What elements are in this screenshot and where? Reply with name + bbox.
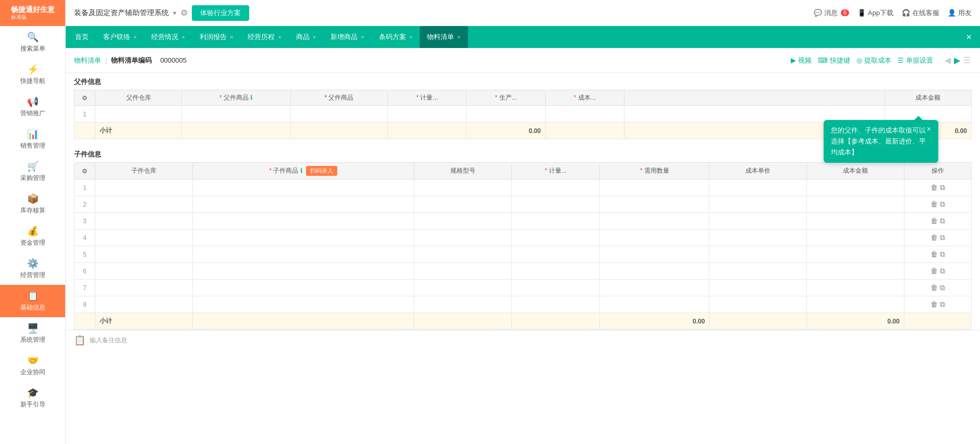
tab-customers-close-icon[interactable]: × [133, 34, 137, 40]
sidebar-item-basic[interactable]: 📋 基础信息 [0, 285, 65, 317]
remarks-placeholder[interactable]: 输入备注信息 [90, 336, 127, 345]
sidebar-item-collab[interactable]: 🤝 企业协同 [0, 350, 65, 382]
child-col-gear[interactable]: ⚙ [75, 163, 95, 179]
child-cell-spec-8[interactable] [414, 296, 512, 313]
child-cell-spec-5[interactable] [414, 246, 512, 263]
tab-profit-close-icon[interactable]: × [230, 34, 233, 40]
child-cell-spec-7[interactable] [414, 280, 512, 296]
message-item[interactable]: 💬 消息 6 [814, 8, 849, 18]
child-cell-unit-5[interactable] [511, 246, 600, 263]
child-cell-qty-2[interactable] [600, 196, 709, 213]
copy-row-2-btn[interactable]: ⧉ [940, 200, 945, 209]
copy-row-5-btn[interactable]: ⧉ [940, 250, 945, 259]
child-cell-spec-2[interactable] [414, 196, 512, 213]
child-cell-unit-7[interactable] [511, 280, 600, 296]
child-cell-warehouse-3[interactable] [95, 213, 193, 230]
child-cell-cost-price-1[interactable] [709, 179, 807, 196]
child-cell-warehouse-7[interactable] [95, 280, 193, 296]
sidebar-item-system[interactable]: 🖥️ 系统管理 [0, 317, 65, 350]
parent-col-gear[interactable]: ⚙ [75, 90, 95, 106]
tooltip-close-btn[interactable]: × [927, 125, 931, 133]
child-cell-warehouse-2[interactable] [95, 196, 193, 213]
child-cell-spec-3[interactable] [414, 213, 512, 230]
copy-row-3-btn[interactable]: ⧉ [940, 217, 945, 225]
close-all-tabs-btn[interactable]: × [960, 32, 978, 43]
child-cell-qty-8[interactable] [600, 296, 709, 313]
sidebar-item-inventory[interactable]: 📦 库存核算 [0, 188, 65, 220]
parent-cell-warehouse-1[interactable] [95, 106, 182, 123]
tab-products-close-icon[interactable]: × [313, 34, 316, 40]
tab-customers[interactable]: 客户联络 × [96, 26, 144, 48]
copy-row-6-btn[interactable]: ⧉ [940, 267, 945, 275]
delete-row-4-btn[interactable]: 🗑 [930, 233, 938, 242]
child-cell-product-7[interactable] [192, 280, 414, 296]
child-cell-unit-6[interactable] [511, 263, 600, 280]
child-cell-qty-4[interactable] [600, 230, 709, 246]
scan-btn[interactable]: 扫码录入 [306, 166, 337, 176]
copy-row-4-btn[interactable]: ⧉ [940, 233, 945, 242]
tab-bom-close-icon[interactable]: × [457, 34, 460, 40]
tab-barcode[interactable]: 条码方案 × [372, 26, 420, 48]
delete-row-5-btn[interactable]: 🗑 [930, 250, 938, 259]
parent-cell-production-1[interactable] [467, 106, 545, 123]
child-cell-cost-price-8[interactable] [709, 296, 807, 313]
shortcut-btn[interactable]: ⌨ 快捷键 [818, 56, 850, 65]
child-cell-unit-4[interactable] [511, 230, 600, 246]
sidebar-item-guide[interactable]: 🎓 新手引导 [0, 382, 65, 414]
dropdown-arrow-icon[interactable]: ▾ [173, 9, 176, 17]
delete-row-6-btn[interactable]: 🗑 [930, 267, 938, 275]
child-cell-warehouse-5[interactable] [95, 246, 193, 263]
copy-row-8-btn[interactable]: ⧉ [940, 300, 945, 309]
sidebar-item-quick-nav[interactable]: ⚡ 快捷导航 [0, 58, 65, 91]
child-cell-cost-price-7[interactable] [709, 280, 807, 296]
breadcrumb-detail[interactable]: 物料清单编码 [111, 56, 152, 65]
tab-operations-close-icon[interactable]: × [181, 34, 185, 40]
parent-cell-cost-1[interactable] [545, 106, 624, 123]
child-cell-warehouse-8[interactable] [95, 296, 193, 313]
delete-row-7-btn[interactable]: 🗑 [930, 283, 938, 292]
tab-products[interactable]: 商品 × [289, 26, 323, 48]
child-cell-unit-3[interactable] [511, 213, 600, 230]
extract-cost-btn[interactable]: ◎ 提取成本 [856, 56, 891, 65]
child-cell-product-6[interactable] [192, 263, 414, 280]
child-cell-product-2[interactable] [192, 196, 414, 213]
user-item[interactable]: 👤 用友 [948, 8, 972, 18]
tab-home[interactable]: 首页 [68, 26, 96, 48]
parent-cell-unit-1[interactable] [388, 106, 467, 123]
tab-operations[interactable]: 经营情况 × [144, 26, 192, 48]
delete-row-8-btn[interactable]: 🗑 [930, 300, 938, 309]
child-cell-product-3[interactable] [192, 213, 414, 230]
child-cell-cost-price-3[interactable] [709, 213, 807, 230]
child-cell-spec-6[interactable] [414, 263, 512, 280]
child-cell-unit-2[interactable] [511, 196, 600, 213]
child-cell-warehouse-4[interactable] [95, 230, 193, 246]
sidebar-item-sales[interactable]: 📊 销售管理 [0, 123, 65, 155]
delete-row-1-btn[interactable]: 🗑 [930, 183, 938, 192]
child-cell-cost-price-5[interactable] [709, 246, 807, 263]
delete-row-3-btn[interactable]: 🗑 [930, 217, 938, 225]
child-cell-product-8[interactable] [192, 296, 414, 313]
online-service-item[interactable]: 🎧 在线客服 [902, 8, 939, 18]
child-cell-product-4[interactable] [192, 230, 414, 246]
child-cell-product-1[interactable] [192, 179, 414, 196]
settings-gear-icon[interactable]: ⚙ [180, 8, 188, 18]
sidebar-item-ops[interactable]: ⚙️ 经营管理 [0, 253, 65, 285]
tab-new-product-close-icon[interactable]: × [361, 34, 364, 40]
delete-row-2-btn[interactable]: 🗑 [930, 200, 938, 209]
prev-arrow-icon[interactable]: ◀ [944, 55, 952, 65]
child-cell-warehouse-6[interactable] [95, 263, 193, 280]
child-cell-qty-6[interactable] [600, 263, 709, 280]
tab-history-close-icon[interactable]: × [278, 34, 281, 40]
view-video-btn[interactable]: ▶ 视频 [791, 56, 812, 65]
next-arrow-icon[interactable]: ▶ [953, 55, 961, 65]
sidebar-item-search[interactable]: 🔍 搜索菜单 [0, 26, 65, 58]
sidebar-item-marketing[interactable]: 📢 营销推广 [0, 91, 65, 123]
child-cell-cost-price-4[interactable] [709, 230, 807, 246]
child-cell-unit-8[interactable] [511, 296, 600, 313]
child-cell-warehouse-1[interactable] [95, 179, 193, 196]
child-cell-unit-1[interactable] [511, 179, 600, 196]
tab-profit[interactable]: 利润报告 × [192, 26, 240, 48]
sidebar-item-purchase[interactable]: 🛒 采购管理 [0, 155, 65, 188]
tab-new-product[interactable]: 新增商品 × [323, 26, 371, 48]
child-cell-qty-5[interactable] [600, 246, 709, 263]
